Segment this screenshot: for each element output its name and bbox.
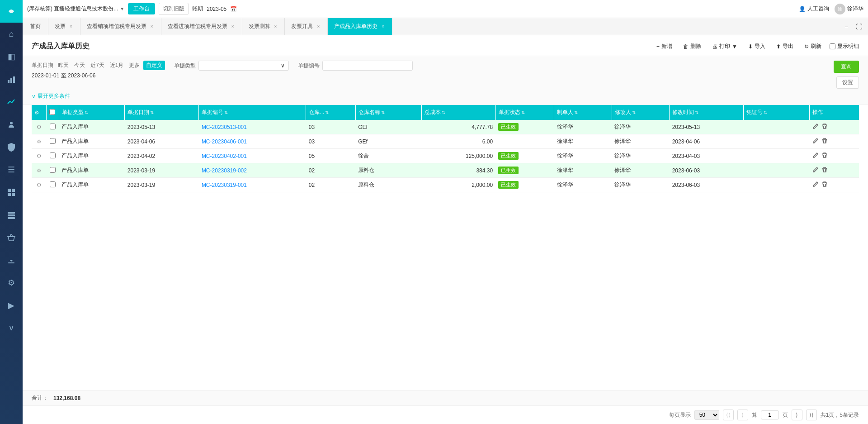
show-detail-checkbox[interactable] <box>830 43 835 49</box>
sidebar-item-gear[interactable]: ⚙ <box>0 272 23 294</box>
tab-home[interactable]: 首页 <box>23 18 48 35</box>
oldversion-button[interactable]: 切到旧版 <box>159 3 189 15</box>
add-button[interactable]: + 新增 <box>654 41 675 52</box>
row-delete-icon[interactable] <box>821 138 828 145</box>
date-btn-custom[interactable]: 自定义 <box>143 61 165 70</box>
import-button[interactable]: ⬇ 导入 <box>745 41 768 52</box>
calendar-icon[interactable]: 📅 <box>230 6 237 12</box>
company-selector[interactable]: (库存核算) 直播轻捷通信息技术股份... ▼ <box>27 5 124 13</box>
row-edit-icon[interactable] <box>812 123 819 131</box>
user-info[interactable]: 徐 徐泽华 <box>835 4 863 14</box>
tab-check-input-vat[interactable]: 查看进项增值税专用发票 × <box>161 18 242 35</box>
row-settings[interactable]: ⚙ <box>32 120 46 134</box>
last-page-button[interactable]: ⟩⟩ <box>806 410 817 420</box>
th-status[interactable]: 单据状态⇅ <box>495 105 554 120</box>
show-detail-toggle[interactable]: 显示明细 <box>830 43 859 50</box>
expand-more-button[interactable]: ∨ 展开更多条件 <box>32 92 859 100</box>
row-number-link[interactable]: MC-20230402-001 <box>202 153 247 159</box>
th-modifier[interactable]: 修改人⇅ <box>612 105 670 120</box>
workspace-button[interactable]: 工作台 <box>128 3 155 14</box>
date-btn-today[interactable]: 今天 <box>72 61 87 70</box>
sidebar-item-shield[interactable] <box>0 136 23 158</box>
date-btn-more[interactable]: 更多 <box>127 61 142 70</box>
th-number[interactable]: 单据编号⇅ <box>199 105 306 120</box>
row-number-link[interactable]: MC-20230319-001 <box>202 182 247 188</box>
print-button[interactable]: 🖨 打印 ▼ <box>709 41 740 52</box>
sidebar-item-person[interactable] <box>0 113 23 136</box>
sidebar-item-version[interactable]: V <box>0 317 23 339</box>
th-warehouse-code[interactable]: 仓库...⇅ <box>306 105 355 120</box>
tab-invoice-calc-close[interactable]: × <box>273 24 278 29</box>
sidebar-item-chart[interactable] <box>0 68 23 91</box>
type-filter-select[interactable]: ∨ <box>198 61 289 71</box>
th-warehouse-name[interactable]: 仓库名称⇅ <box>355 105 421 120</box>
tab-check-input-vat-close[interactable]: × <box>230 24 236 29</box>
row-edit-icon[interactable] <box>812 152 819 160</box>
sidebar-item-storage[interactable] <box>0 204 23 226</box>
sidebar-item-basket[interactable] <box>0 226 23 249</box>
tab-invoice[interactable]: 发票 × <box>48 18 80 35</box>
row-delete-icon[interactable] <box>821 152 828 160</box>
sidebar-item-download[interactable] <box>0 249 23 272</box>
row-delete-icon[interactable] <box>821 167 828 174</box>
row-settings[interactable]: ⚙ <box>32 178 46 192</box>
tab-check-output-vat[interactable]: 查看销项增值税专用发票 × <box>80 18 161 35</box>
sidebar-item-document[interactable]: ◧ <box>0 45 23 68</box>
th-voucher[interactable]: 凭证号⇅ <box>744 105 810 120</box>
th-check[interactable] <box>46 105 59 120</box>
th-creator[interactable]: 制单人⇅ <box>554 105 612 120</box>
filter-settings-button[interactable]: 设置 <box>836 76 859 89</box>
page-number-input[interactable] <box>761 410 779 419</box>
th-date[interactable]: 单据日期⇅ <box>125 105 199 120</box>
row-number-link[interactable]: MC-20230406-001 <box>202 138 247 145</box>
row-edit-icon[interactable] <box>812 181 819 189</box>
tab-invoice-open-close[interactable]: × <box>316 24 321 29</box>
th-total[interactable]: 总成本⇅ <box>421 105 495 120</box>
tab-product-inbound-close[interactable]: × <box>380 24 386 29</box>
sidebar-item-home[interactable]: ⌂ <box>0 23 23 45</box>
tab-invoice-close[interactable]: × <box>68 24 74 29</box>
row-checkbox-2[interactable] <box>50 138 56 144</box>
import-icon: ⬇ <box>748 43 753 50</box>
th-mod-time[interactable]: 修改时间⇅ <box>670 105 744 120</box>
row-number-link[interactable]: MC-20230513-001 <box>202 124 247 130</box>
th-settings[interactable]: ⚙ <box>32 105 46 120</box>
row-checkbox-3[interactable] <box>50 152 56 158</box>
row-settings[interactable]: ⚙ <box>32 149 46 163</box>
row-delete-icon[interactable] <box>821 181 828 189</box>
prev-page-button[interactable]: ⟨ <box>737 410 748 420</box>
row-edit-icon[interactable] <box>812 167 819 174</box>
per-page-select[interactable]: 50 20 100 <box>694 410 719 420</box>
date-btn-7days[interactable]: 近7天 <box>89 61 106 70</box>
select-all-checkbox[interactable] <box>49 109 55 115</box>
row-settings[interactable]: ⚙ <box>32 134 46 149</box>
refresh-button[interactable]: ↻ 刷新 <box>802 41 824 52</box>
tab-product-inbound[interactable]: 产成品入库单历史 × <box>328 18 392 35</box>
tab-check-output-vat-close[interactable]: × <box>149 24 155 29</box>
tab-invoice-calc[interactable]: 发票测算 × <box>242 18 285 35</box>
row-checkbox-4[interactable] <box>50 167 56 173</box>
customer-service[interactable]: 👤 人工咨询 <box>799 5 829 13</box>
delete-button[interactable]: 🗑 删除 <box>680 41 704 52</box>
row-settings[interactable]: ⚙ <box>32 163 46 178</box>
th-type[interactable]: 单据类型⇅ <box>59 105 125 120</box>
row-delete-icon[interactable] <box>821 123 828 131</box>
number-filter-input[interactable] <box>322 61 413 71</box>
first-page-button[interactable]: ⟨⟨ <box>723 410 734 420</box>
date-btn-1month[interactable]: 近1月 <box>108 61 126 70</box>
row-checkbox-5[interactable] <box>50 181 56 187</box>
tab-maximize-button[interactable]: ⛶ <box>854 21 864 32</box>
export-button[interactable]: ⬆ 导出 <box>774 41 796 52</box>
date-btn-yesterday[interactable]: 昨天 <box>56 61 71 70</box>
sidebar-item-list[interactable]: ☰ <box>0 158 23 181</box>
row-checkbox-1[interactable] <box>50 124 56 129</box>
sidebar-item-play[interactable]: ▶ <box>0 294 23 317</box>
sidebar-item-analytics[interactable] <box>0 91 23 113</box>
sidebar-item-grid[interactable] <box>0 181 23 204</box>
query-button[interactable]: 查询 <box>834 61 859 73</box>
tab-invoice-open[interactable]: 发票开具 × <box>285 18 328 35</box>
tab-minimize-button[interactable]: − <box>841 21 852 32</box>
row-edit-icon[interactable] <box>812 138 819 145</box>
next-page-button[interactable]: ⟩ <box>792 410 802 420</box>
row-number-link[interactable]: MC-20230319-002 <box>202 167 247 174</box>
